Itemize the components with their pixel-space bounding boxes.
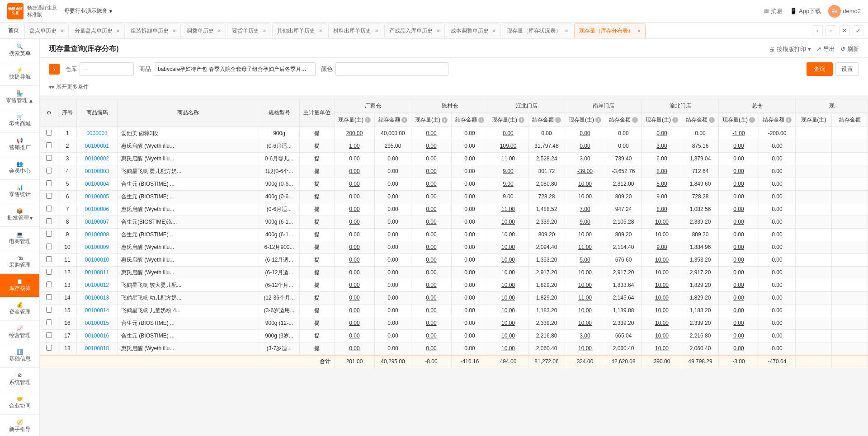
sidebar-item-marketing[interactable]: 📢 营销推广 (0, 133, 39, 156)
td-t-qty[interactable]: 0.00 (719, 165, 759, 178)
td-checkbox[interactable] (40, 279, 58, 291)
goods-input[interactable]: babycare孕妇待产包 春季入院全套母子组合孕妇产后冬季月子用品 22件套 … (154, 62, 316, 76)
tab-close-3[interactable]: ✕ (172, 28, 176, 33)
td-c5-qty[interactable]: 10.00 (642, 228, 682, 241)
sidebar-item-retail-mall[interactable]: 🛒 零售商城 (0, 109, 39, 133)
td-checkbox[interactable] (40, 291, 58, 304)
tab-close-4[interactable]: ✕ (217, 28, 221, 33)
td-c5-qty[interactable]: 10.00 (642, 304, 682, 317)
td-c1-qty[interactable]: 0.00 (335, 317, 375, 329)
tab-4[interactable]: 调拨单历史 ✕ (182, 23, 226, 38)
footer-c1-qty[interactable]: 201.00 (335, 355, 375, 368)
td-c4-qty[interactable]: 10.00 (565, 228, 605, 241)
td-c3-qty[interactable]: 10.00 (488, 228, 528, 241)
td-checkbox[interactable] (40, 216, 58, 228)
td-t-qty[interactable]: 0.00 (719, 140, 759, 152)
td-t-qty[interactable]: 0.00 (719, 279, 759, 291)
td-c4-qty[interactable]: 3.00 (565, 329, 605, 342)
sidebar-item-guide[interactable]: 🧭 新手引导 (0, 415, 39, 436)
tab-close-8[interactable]: ✕ (436, 28, 440, 33)
td-c3-qty[interactable]: 0.00 (488, 127, 528, 140)
td-c5-qty[interactable]: 10.00 (642, 329, 682, 342)
td-c5-qty[interactable]: 10.00 (642, 253, 682, 266)
tab-9[interactable]: 成本调整单历史 ✕ (446, 23, 501, 38)
td-c2-qty[interactable]: 0.00 (411, 304, 452, 317)
td-c4-qty[interactable]: 10.00 (565, 342, 605, 355)
td-c5-qty[interactable]: 8.00 (642, 165, 682, 178)
td-t-qty[interactable]: 0.00 (719, 228, 759, 241)
info-icon-c1q[interactable]: i (365, 117, 371, 123)
tab-close-9[interactable]: ✕ (492, 28, 496, 33)
td-c1-qty[interactable]: 0.00 (335, 241, 375, 253)
color-input[interactable] (335, 62, 448, 76)
expand-more-btn[interactable]: ▾▾ 展开更多条件 (49, 83, 89, 91)
td-c4-qty[interactable]: -39.00 (565, 165, 605, 178)
td-c5-qty[interactable]: 8.00 (642, 178, 682, 190)
td-t-qty[interactable]: 0.00 (719, 291, 759, 304)
td-t-qty[interactable]: 0.00 (719, 253, 759, 266)
sidebar-item-wholesale[interactable]: 📦 批发管理 ▾ (0, 203, 39, 227)
td-checkbox[interactable] (40, 203, 58, 216)
td-c1-qty[interactable]: 0.00 (335, 216, 375, 228)
td-c4-qty[interactable]: 10.00 (565, 304, 605, 317)
info-icon-tq[interactable]: i (749, 117, 755, 123)
footer-c4-qty[interactable]: 334.00 (565, 355, 605, 368)
user-menu[interactable]: Ea demo2 (828, 5, 861, 18)
td-c2-qty[interactable]: 0.00 (411, 140, 452, 152)
td-c3-qty[interactable]: 10.00 (488, 342, 528, 355)
sidebar-item-ecommerce[interactable]: 💻 电商管理 (0, 227, 39, 250)
td-c3-qty[interactable]: 10.00 (488, 279, 528, 291)
expand-search-btn[interactable]: › (49, 64, 60, 75)
td-c4-qty[interactable]: 0.00 (565, 127, 605, 140)
footer-c3-qty[interactable]: 494.00 (488, 355, 528, 368)
tab-close-11[interactable]: ✕ (637, 28, 641, 33)
tab-close-2[interactable]: ✕ (116, 28, 120, 33)
td-c3-qty[interactable]: 10.00 (488, 304, 528, 317)
sidebar-item-finance[interactable]: 💰 资金管理 (0, 297, 39, 321)
sidebar-item-retail-stats[interactable]: 📊 零售统计 (0, 180, 39, 203)
td-c2-qty[interactable]: 0.00 (411, 329, 452, 342)
sidebar-item-retail-mgmt[interactable]: 🏪 零售管理 ▲ (0, 86, 39, 109)
td-c2-qty[interactable]: 0.00 (411, 165, 452, 178)
td-c4-qty[interactable]: 10.00 (565, 266, 605, 279)
td-checkbox[interactable] (40, 253, 58, 266)
td-c3-qty[interactable]: 10.00 (488, 291, 528, 304)
sidebar-item-collab[interactable]: 🤝 企业协同 (0, 391, 39, 415)
td-c4-qty[interactable]: 10.00 (565, 178, 605, 190)
td-c2-qty[interactable]: 0.00 (411, 228, 452, 241)
sidebar-item-members[interactable]: 👥 会员中心 (0, 156, 39, 180)
tab-10[interactable]: 现存量（库存状况表） ✕ (502, 23, 573, 38)
td-t-qty[interactable]: 0.00 (719, 152, 759, 165)
td-t-qty[interactable]: 0.00 (719, 241, 759, 253)
tab-7[interactable]: 材料出库单历史 ✕ (328, 23, 383, 38)
td-checkbox[interactable] (40, 140, 58, 152)
info-icon-c4q[interactable]: i (595, 117, 601, 123)
td-t-qty[interactable]: 0.00 (719, 266, 759, 279)
td-t-qty[interactable]: -1.00 (719, 127, 759, 140)
td-c5-qty[interactable]: 9.00 (642, 241, 682, 253)
tab-close-all-btn[interactable]: ✕ (839, 25, 850, 36)
tab-6[interactable]: 其他出库单历史 ✕ (272, 23, 327, 38)
td-c1-qty[interactable]: 200.00 (335, 127, 375, 140)
td-c3-qty[interactable]: 9.00 (488, 190, 528, 203)
refresh-btn[interactable]: ↺ 刷新 (840, 45, 859, 53)
td-c4-qty[interactable]: 7.00 (565, 203, 605, 216)
td-t-qty[interactable]: 0.00 (719, 329, 759, 342)
td-c1-qty[interactable]: 0.00 (335, 291, 375, 304)
footer-t-qty[interactable]: -3.00 (719, 355, 759, 368)
tab-expand-btn[interactable]: ⤢ (853, 25, 863, 36)
td-c1-qty[interactable]: 0.00 (335, 165, 375, 178)
tab-prev-btn[interactable]: ‹ (812, 25, 823, 36)
td-c2-qty[interactable]: 0.00 (411, 127, 452, 140)
td-c1-qty[interactable]: 0.00 (335, 190, 375, 203)
td-t-qty[interactable]: 0.00 (719, 216, 759, 228)
td-c5-qty[interactable]: 10.00 (642, 216, 682, 228)
tab-close-7[interactable]: ✕ (375, 28, 378, 33)
td-c4-qty[interactable]: 3.00 (565, 152, 605, 165)
tab-home[interactable]: 首页 (4, 23, 24, 38)
td-c2-qty[interactable]: 0.00 (411, 152, 452, 165)
td-t-qty[interactable]: 0.00 (719, 304, 759, 317)
td-c3-qty[interactable]: 10.00 (488, 253, 528, 266)
td-checkbox[interactable] (40, 342, 58, 355)
td-c2-qty[interactable]: 0.00 (411, 266, 452, 279)
